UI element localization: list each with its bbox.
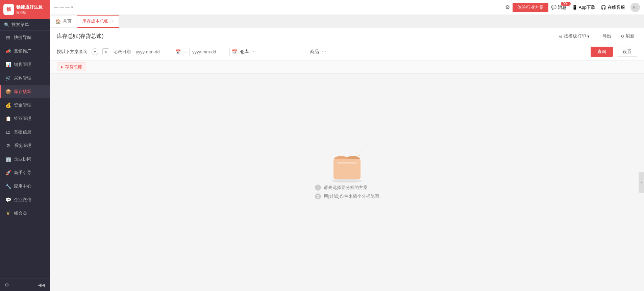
- settings-icon[interactable]: ⚙: [5, 282, 9, 288]
- sidebar-item-label: 库存核算: [14, 89, 31, 95]
- tabbar: 🏠 首页 库存成本总账 ×: [50, 15, 644, 28]
- user-avatar[interactable]: Rit: [630, 3, 640, 12]
- message-count: 99+: [561, 2, 571, 6]
- tip-number-1: 1: [315, 185, 321, 191]
- topbar: — — — ▾ ⚙ 体验行业方案 💬 消息 99+ 📱 App下载 🎧 在线客服…: [50, 0, 644, 15]
- sidebar-item-label: 采购管理: [14, 75, 31, 81]
- sidebar-item-label: 资金管理: [14, 102, 31, 108]
- version-label: 标准版: [16, 10, 43, 15]
- refresh-btn[interactable]: ↻ 刷新: [618, 32, 637, 40]
- search-menu[interactable]: 🔍 搜索菜单: [0, 19, 50, 31]
- sidebar-item-system[interactable]: ⚙ 系统管理: [0, 139, 50, 152]
- empty-svg: [327, 145, 367, 183]
- tip-text-2: 用[过滤]条件来缩小分析范围: [324, 193, 379, 199]
- main-container: — — — ▾ ⚙ 体验行业方案 💬 消息 99+ 📱 App下载 🎧 在线客服…: [50, 0, 644, 291]
- export-btn[interactable]: ↑ 导出: [596, 32, 614, 40]
- breadcrumb: — — — ▾: [54, 5, 502, 10]
- sidebar-item-label: 营销推广: [14, 48, 31, 54]
- tip-text-1: 请先选择要分析的方案: [324, 185, 368, 191]
- goods-label: 商品: [310, 49, 319, 55]
- right-panel-toggle[interactable]: ›: [639, 172, 644, 193]
- export-icon: ↑: [599, 34, 601, 39]
- system-icon: ⚙: [5, 143, 11, 148]
- message-badge[interactable]: 💬 消息 99+: [551, 4, 567, 10]
- date-to-input[interactable]: [189, 48, 230, 56]
- sidebar-item-sales[interactable]: 📊 销售管理: [0, 58, 50, 71]
- sidebar-item-purchase[interactable]: 🛒 采购管理: [0, 71, 50, 85]
- operation-icon: 📋: [5, 116, 11, 121]
- logo-text: 畅捷通好生意 标准版: [16, 4, 43, 15]
- filter-add-btn[interactable]: +: [92, 48, 98, 55]
- filter-label: 按以下方案查询: [57, 49, 88, 55]
- sidebar-item-wechat[interactable]: 💬 企业微信: [0, 193, 50, 207]
- scheme-tag[interactable]: ● 存货总账: [57, 63, 86, 71]
- gear-icon[interactable]: ⚙: [505, 4, 510, 10]
- sidebar-item-operation[interactable]: 📋 经营管理: [0, 112, 50, 125]
- sidebar-item-label: 系统管理: [14, 143, 31, 149]
- sidebar-item-inventory[interactable]: 📦 库存核算: [0, 85, 50, 98]
- quick-nav-icon: ⊞: [5, 35, 11, 40]
- settings-btn[interactable]: 设置: [617, 47, 637, 57]
- message-icon: 💬: [551, 5, 556, 10]
- print-icon: 🖨: [558, 34, 563, 39]
- sales-icon: 📊: [5, 62, 11, 67]
- date-separator: —: [183, 49, 187, 54]
- empty-tip-1: 1 请先选择要分析的方案: [315, 185, 379, 191]
- sidebar-item-member[interactable]: V 畅会员: [0, 207, 50, 220]
- sidebar-nav: ⊞ 快捷导航 📣 营销推广 📊 销售管理 🛒 采购管理 📦 库存核算 💰 资金管…: [0, 31, 50, 278]
- scheme-tag-label: 存货总账: [65, 64, 82, 70]
- sidebar-item-enterprise[interactable]: 🏢 企业协同: [0, 152, 50, 166]
- tab-inventory-ledger[interactable]: 库存成本总账 ×: [77, 15, 119, 28]
- empty-tip-2: 2 用[过滤]条件来缩小分析范围: [315, 193, 379, 199]
- sidebar-logo: 畅 畅捷通好生意 标准版: [0, 0, 50, 19]
- breadcrumb-text: — — —: [54, 5, 70, 10]
- page-header-actions: 🖨 按模板打印 ▾ ↑ 导出 ↻ 刷新: [555, 32, 638, 40]
- home-icon: 🏠: [55, 19, 61, 24]
- member-icon: V: [5, 211, 11, 216]
- goods-more-icon[interactable]: ···: [320, 48, 327, 55]
- sidebar-item-quick-nav[interactable]: ⊞ 快捷导航: [0, 31, 50, 44]
- tip-number-2: 2: [315, 193, 321, 199]
- print-btn[interactable]: 🖨 按模板打印 ▾: [555, 32, 592, 40]
- page-header: 库存总账(存货总账) 🖨 按模板打印 ▾ ↑ 导出 ↻ 刷新: [50, 28, 644, 43]
- calendar-from-icon[interactable]: 📅: [175, 49, 181, 54]
- sidebar-item-marketing[interactable]: 📣 营销推广: [0, 44, 50, 58]
- sidebar-item-label: 畅会员: [14, 210, 27, 216]
- app-download-btn[interactable]: 📱 App下载: [572, 4, 595, 10]
- guide-icon: 🚀: [5, 170, 11, 175]
- online-service-btn[interactable]: 🎧 在线客服: [601, 4, 625, 10]
- calendar-to-icon[interactable]: 📅: [232, 49, 237, 54]
- empty-tips: 1 请先选择要分析的方案 2 用[过滤]条件来缩小分析范围: [315, 185, 379, 199]
- sidebar-item-guide[interactable]: 🚀 新手引导: [0, 166, 50, 179]
- date-from-input[interactable]: [133, 48, 173, 56]
- scheme-row: ● 存货总账: [50, 60, 644, 74]
- close-icon[interactable]: ×: [112, 19, 114, 23]
- refresh-icon: ↻: [621, 34, 624, 39]
- svg-point-4: [358, 154, 360, 156]
- sidebar-item-finance[interactable]: 💰 资金管理: [0, 98, 50, 112]
- brand-name: 畅捷通好生意: [16, 4, 43, 10]
- sidebar-item-basic[interactable]: 🗂 基础信息: [0, 125, 50, 139]
- filter-collapse-btn[interactable]: «: [102, 48, 109, 55]
- sidebar-item-app-center[interactable]: 🔧 应用中心: [0, 179, 50, 193]
- sidebar-item-label: 企业协同: [14, 156, 31, 162]
- sidebar-item-label: 经营管理: [14, 116, 31, 122]
- marketing-icon: 📣: [5, 48, 11, 54]
- tab-home-label: 首页: [63, 18, 72, 24]
- tab-home[interactable]: 🏠 首页: [50, 16, 77, 27]
- chevron-down-icon: ▾: [71, 5, 73, 10]
- sidebar-item-label: 销售管理: [14, 62, 31, 68]
- industry-btn[interactable]: 体验行业方案: [513, 3, 548, 12]
- svg-point-6: [361, 151, 362, 152]
- query-btn[interactable]: 查询: [591, 47, 613, 57]
- goods-filter-group: 商品 ···: [310, 48, 378, 55]
- collapse-sidebar-icon[interactable]: ◀◀: [38, 282, 45, 288]
- sidebar-item-label: 新手引导: [14, 170, 31, 176]
- search-menu-label: 搜索菜单: [11, 22, 29, 28]
- sidebar-item-label: 企业微信: [14, 197, 31, 203]
- online-service-label: 在线客服: [608, 4, 625, 10]
- wechat-icon: 💬: [5, 197, 11, 202]
- warehouse-more-icon[interactable]: ···: [250, 48, 257, 55]
- topbar-right: 💬 消息 99+ 📱 App下载 🎧 在线客服 Rit: [551, 3, 640, 12]
- sidebar: 畅 畅捷通好生意 标准版 🔍 搜索菜单 ⊞ 快捷导航 📣 营销推广 📊 销售管理…: [0, 0, 50, 291]
